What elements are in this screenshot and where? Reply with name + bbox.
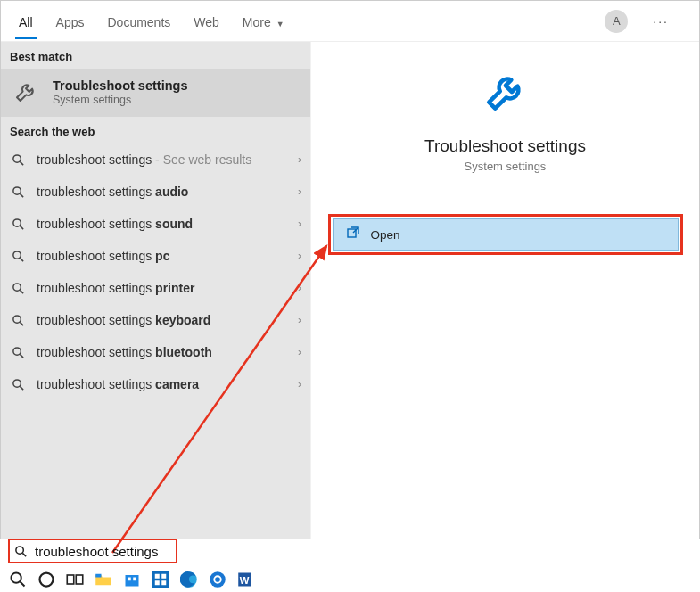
svg-rect-27 — [76, 575, 83, 584]
svg-point-25 — [40, 573, 54, 587]
svg-line-8 — [20, 226, 23, 229]
web-result-text: troubleshoot settings bluetooth — [37, 345, 298, 359]
web-result-text: troubleshoot settings printer — [37, 281, 298, 295]
svg-rect-26 — [67, 575, 74, 584]
header-actions: A ··· — [605, 10, 699, 33]
search-icon — [12, 185, 26, 199]
best-match-subtitle: System settings — [53, 94, 187, 106]
app-icon[interactable] — [152, 571, 169, 588]
tab-more-label: More — [243, 15, 271, 29]
svg-line-24 — [21, 582, 25, 587]
caret-down-icon: ▼ — [276, 20, 284, 29]
search-query-text: troubleshoot settings — [35, 544, 158, 559]
chevron-right-icon: › — [298, 282, 301, 294]
app-icon[interactable] — [209, 571, 226, 588]
svg-rect-32 — [152, 571, 169, 588]
web-result-item[interactable]: troubleshoot settings camera› — [1, 368, 310, 400]
web-result-item[interactable]: troubleshoot settings - See web results› — [1, 144, 310, 176]
chevron-right-icon: › — [298, 250, 301, 262]
search-web-label: Search the web — [1, 117, 310, 144]
svg-text:W: W — [240, 575, 250, 586]
svg-rect-19 — [348, 229, 356, 237]
svg-line-12 — [20, 290, 23, 293]
svg-line-21 — [22, 553, 26, 556]
svg-point-5 — [13, 186, 21, 193]
chevron-right-icon: › — [298, 378, 301, 391]
tab-apps[interactable]: Apps — [53, 4, 88, 38]
chevron-right-icon: › — [298, 218, 301, 230]
search-icon — [12, 314, 26, 327]
web-result-item[interactable]: troubleshoot settings audio› — [1, 176, 310, 208]
web-result-text: troubleshoot settings sound — [37, 217, 298, 231]
svg-rect-28 — [95, 574, 101, 578]
wrench-icon — [10, 76, 42, 108]
best-match-label: Best match — [1, 42, 310, 69]
store-icon[interactable] — [123, 571, 141, 588]
web-result-text: troubleshoot settings pc — [37, 249, 298, 263]
search-icon — [12, 346, 26, 359]
taskbar: W — [0, 567, 700, 592]
web-result-item[interactable]: troubleshoot settings pc› — [1, 240, 310, 272]
svg-point-13 — [13, 315, 21, 322]
search-icon — [12, 378, 26, 391]
wrench-icon — [481, 67, 531, 120]
detail-pane: Troubleshoot settings System settings Op… — [311, 42, 699, 539]
svg-rect-35 — [155, 580, 160, 585]
cortana-icon[interactable] — [37, 571, 55, 588]
search-icon — [12, 282, 26, 295]
web-result-text: troubleshoot settings camera — [37, 377, 298, 391]
svg-point-3 — [13, 154, 21, 161]
tab-all[interactable]: All — [15, 4, 37, 38]
chevron-right-icon: › — [298, 153, 301, 166]
search-input[interactable]: troubleshoot settings — [9, 539, 163, 563]
task-view-icon[interactable] — [66, 571, 84, 588]
svg-rect-36 — [161, 580, 166, 585]
word-icon[interactable]: W — [237, 571, 255, 588]
svg-rect-33 — [155, 574, 160, 579]
filter-tabs: All Apps Documents Web More ▼ — [15, 4, 605, 38]
svg-line-4 — [20, 161, 23, 165]
svg-line-14 — [20, 322, 23, 325]
web-result-text: troubleshoot settings keyboard — [37, 313, 298, 327]
web-result-item[interactable]: troubleshoot settings sound› — [1, 208, 310, 240]
chevron-right-icon: › — [298, 314, 301, 326]
svg-point-7 — [13, 218, 21, 226]
svg-point-11 — [13, 283, 21, 290]
search-icon — [12, 250, 26, 263]
search-icon — [12, 218, 26, 231]
web-result-item[interactable]: troubleshoot settings printer› — [1, 272, 310, 304]
tab-bar: All Apps Documents Web More ▼ A ··· — [1, 1, 699, 42]
chevron-right-icon: › — [298, 185, 301, 198]
search-window: All Apps Documents Web More ▼ A ··· Best… — [0, 0, 700, 539]
web-result-item[interactable]: troubleshoot settings bluetooth› — [1, 336, 310, 368]
detail-subtitle: System settings — [465, 160, 547, 173]
search-icon — [12, 153, 26, 167]
svg-rect-29 — [126, 575, 139, 587]
file-explorer-icon[interactable] — [95, 571, 112, 588]
results-list: Best match Troubleshoot settings System … — [1, 42, 311, 539]
svg-line-18 — [20, 386, 23, 390]
web-result-text: troubleshoot settings audio — [37, 185, 298, 199]
chevron-right-icon: › — [298, 346, 301, 358]
more-options-icon[interactable]: ··· — [653, 14, 669, 29]
svg-point-20 — [16, 546, 23, 553]
best-match-item[interactable]: Troubleshoot settings System settings — [1, 69, 310, 117]
open-label: Open — [371, 228, 400, 242]
best-match-text: Troubleshoot settings System settings — [53, 78, 187, 106]
svg-line-6 — [20, 193, 23, 197]
svg-line-16 — [20, 354, 23, 358]
tab-more[interactable]: More ▼ — [239, 4, 288, 38]
tab-web[interactable]: Web — [190, 4, 223, 38]
web-result-item[interactable]: troubleshoot settings keyboard› — [1, 304, 310, 336]
svg-line-10 — [20, 258, 23, 261]
detail-title: Troubleshoot settings — [424, 136, 586, 156]
search-icon[interactable] — [9, 571, 27, 588]
open-button[interactable]: Open — [333, 218, 679, 251]
tab-documents[interactable]: Documents — [103, 4, 174, 38]
open-icon — [346, 226, 360, 243]
user-avatar[interactable]: A — [605, 10, 628, 33]
edge-icon[interactable] — [180, 571, 198, 588]
open-button-highlight: Open — [328, 214, 683, 255]
best-match-title: Troubleshoot settings — [53, 78, 187, 93]
svg-rect-31 — [133, 578, 136, 581]
